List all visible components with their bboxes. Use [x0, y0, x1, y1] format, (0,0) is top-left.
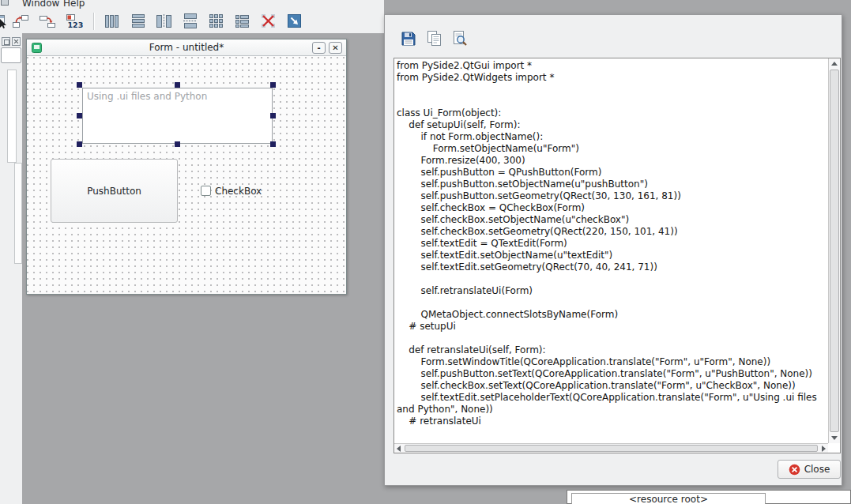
pushbutton-label: PushButton [87, 186, 141, 197]
toolbar-separator [93, 13, 95, 30]
checkbox-widget[interactable]: CheckBox [201, 175, 281, 207]
close-dialog-button[interactable]: Close [778, 460, 841, 479]
code-preview-dialog: from PySide2.QtGui import * from PySide2… [384, 14, 842, 486]
form-designer-window: Form - untitled* - ✕ Using .ui files and… [26, 39, 347, 295]
selection-handle-top-left[interactable] [77, 82, 82, 88]
scroll-up-icon[interactable] [831, 62, 838, 66]
form-window-title: Form - untitled* [27, 42, 346, 53]
widget-filter-input[interactable] [1, 47, 21, 63]
dock-close-icon[interactable] [12, 37, 21, 46]
layout-horizontally-in-splitter-icon[interactable] [155, 12, 174, 31]
copy-icon[interactable] [424, 28, 445, 49]
textedit-placeholder: Using .ui files and Python [87, 91, 207, 102]
panel-fragment [14, 163, 22, 264]
adjust-size-icon[interactable] [285, 12, 304, 31]
form-window-titlebar[interactable]: Form - untitled* - ✕ [27, 39, 346, 56]
find-icon[interactable] [450, 28, 470, 49]
layout-in-form-icon[interactable] [233, 12, 252, 31]
break-layout-icon[interactable] [259, 12, 278, 31]
selection-handle-top-right[interactable] [270, 82, 276, 88]
qt-designer-window: Window Help [0, 0, 851, 504]
generated-python-code[interactable]: from PySide2.QtGui import * from PySide2… [397, 60, 826, 442]
horizontal-scrollbar[interactable] [394, 443, 828, 453]
vertical-scrollbar-thumb[interactable] [830, 70, 839, 432]
app-icon [1, 0, 9, 6]
dock-float-icon[interactable] [2, 37, 10, 46]
close-dialog-label: Close [804, 464, 830, 475]
tab-order-123-label: 123 [68, 21, 84, 29]
textedit-widget[interactable]: Using .ui files and Python [82, 88, 273, 144]
resource-browser-panel: <resource root> [567, 490, 851, 504]
layout-vertically-in-splitter-icon[interactable] [181, 12, 200, 31]
horizontal-scrollbar-thumb[interactable] [405, 445, 818, 452]
form-canvas[interactable]: Using .ui files and Python PushButton Ch… [27, 56, 346, 294]
code-view[interactable]: from PySide2.QtGui import * from PySide2… [393, 58, 841, 453]
pushbutton-widget[interactable]: PushButton [51, 159, 178, 223]
widgetbox-scrollbar[interactable] [7, 70, 17, 163]
toolbar: 123 [0, 10, 384, 33]
minimize-button[interactable]: - [312, 42, 326, 54]
close-circle-icon [789, 464, 800, 476]
scroll-right-icon[interactable] [822, 446, 826, 452]
selection-handle-top-middle[interactable] [175, 82, 180, 88]
checkbox-label: CheckBox [215, 186, 262, 197]
selection-handle-bottom-left[interactable] [77, 141, 82, 147]
edit-tab-order-icon[interactable]: 123 [65, 12, 84, 31]
layout-horizontally-icon[interactable] [103, 12, 122, 31]
resource-root-label: <resource root> [629, 494, 708, 504]
menubar: Window Help [0, 0, 384, 10]
selection-handle-middle-right[interactable] [270, 113, 276, 118]
close-button[interactable]: ✕ [329, 42, 342, 54]
edit-widgets-icon[interactable] [0, 12, 11, 31]
vertical-scrollbar[interactable] [828, 58, 840, 443]
menu-window[interactable]: Window [22, 0, 59, 9]
resource-root-item[interactable]: <resource root> [571, 493, 766, 504]
selection-handle-bottom-right[interactable] [270, 141, 276, 147]
scroll-left-icon[interactable] [397, 446, 401, 452]
layout-in-grid-icon[interactable] [207, 12, 226, 31]
edit-signals-slots-icon[interactable] [11, 12, 30, 31]
scroll-down-icon[interactable] [831, 436, 838, 440]
left-dock-panel [0, 33, 22, 504]
selection-handle-bottom-middle[interactable] [175, 141, 180, 147]
top-panel: Window Help [0, 0, 384, 33]
edit-buddies-icon[interactable] [38, 12, 57, 31]
menu-help[interactable]: Help [63, 0, 85, 9]
checkbox-box-icon[interactable] [201, 186, 211, 196]
save-icon[interactable] [398, 28, 419, 49]
selection-handle-middle-left[interactable] [77, 113, 82, 118]
layout-vertically-icon[interactable] [129, 12, 148, 31]
